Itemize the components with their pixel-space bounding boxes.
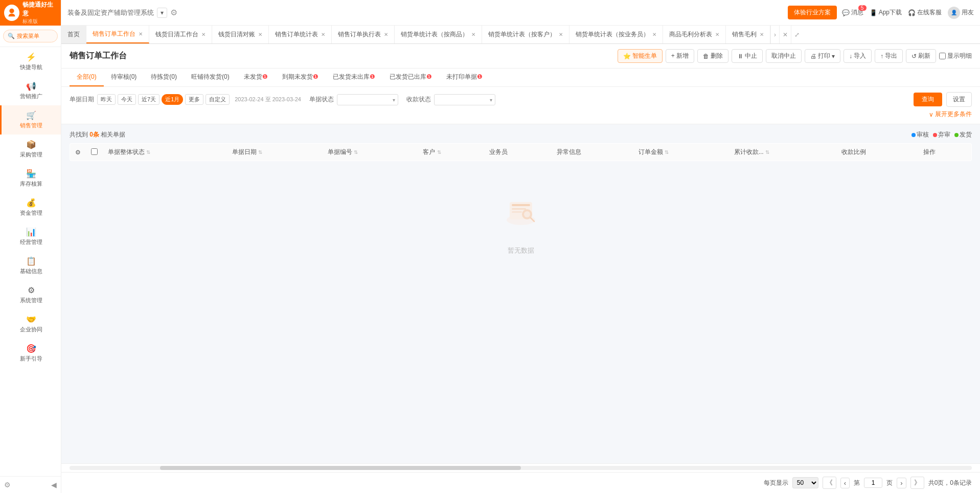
sub-tab-not-shipped[interactable]: 未发货❶ bbox=[237, 69, 275, 86]
sidebar-item-inventory[interactable]: 🏪 库存核算 bbox=[0, 164, 61, 193]
tab-sales-by-product[interactable]: 销货单统计表（按商品） ✕ bbox=[395, 26, 482, 43]
add-button[interactable]: + 新增 bbox=[666, 49, 694, 63]
suspend-icon: ⏸ bbox=[737, 53, 743, 60]
sidebar-item-enterprise[interactable]: 🤝 企业协同 bbox=[0, 309, 61, 339]
sort-icon[interactable]: ⇅ bbox=[146, 149, 150, 155]
tab-close-icon[interactable]: ✕ bbox=[201, 32, 206, 37]
date-more-button[interactable]: 更多 bbox=[185, 94, 203, 105]
sub-tab-shipped-not-out[interactable]: 已发货未出库❶ bbox=[326, 69, 382, 86]
page-input[interactable] bbox=[864, 478, 882, 488]
date-today-button[interactable]: 今天 bbox=[118, 94, 136, 105]
tab-maximize-button[interactable]: ⤢ bbox=[791, 26, 803, 43]
tab-product-profit[interactable]: 商品毛利分析表 ✕ bbox=[663, 26, 726, 43]
tab-close-icon[interactable]: ✕ bbox=[384, 32, 388, 37]
next-page-button[interactable]: › bbox=[897, 478, 906, 488]
query-button[interactable]: 查询 bbox=[914, 93, 942, 106]
sidebar-item-operations[interactable]: 📊 经营管理 bbox=[0, 222, 61, 251]
status-select[interactable] bbox=[337, 94, 398, 105]
tab-sales-stat[interactable]: 销售订单统计表 ✕ bbox=[269, 26, 332, 43]
cancel-audit-button[interactable]: 弃审 bbox=[933, 130, 950, 139]
topbar-settings-icon[interactable]: ⚙ bbox=[170, 8, 177, 17]
prev-page-button[interactable]: ‹ bbox=[840, 478, 850, 488]
user-menu-button[interactable]: 👤 用友 bbox=[948, 7, 974, 19]
system-dropdown-button[interactable]: ▾ bbox=[157, 8, 167, 18]
export-button[interactable]: ↑ 导出 bbox=[875, 49, 903, 63]
ship-button[interactable]: 发货 bbox=[954, 130, 972, 139]
date-7days-button[interactable]: 近7天 bbox=[138, 94, 159, 105]
suspend-button[interactable]: ⏸ 中止 bbox=[732, 49, 763, 63]
scroll-track[interactable] bbox=[70, 466, 972, 470]
tab-close-icon[interactable]: ✕ bbox=[139, 31, 143, 37]
refresh-button[interactable]: ↺ 刷新 bbox=[906, 49, 936, 63]
tab-close-icon[interactable]: ✕ bbox=[321, 32, 325, 37]
sub-tab-not-printed[interactable]: 未打印单据❶ bbox=[439, 69, 490, 86]
sub-tab-wangpu[interactable]: 旺铺待发货(0) bbox=[184, 69, 237, 86]
tab-close-icon[interactable]: ✕ bbox=[258, 32, 262, 37]
sidebar-item-purchase[interactable]: 📦 采购管理 bbox=[0, 135, 61, 164]
sort-icon[interactable]: ⇅ bbox=[354, 149, 358, 155]
payment-select[interactable] bbox=[434, 94, 495, 105]
tab-close-icon[interactable]: ✕ bbox=[559, 32, 563, 37]
select-all-checkbox[interactable] bbox=[91, 148, 98, 155]
tab-more-button[interactable]: › bbox=[770, 26, 779, 43]
delete-button[interactable]: 🗑 删除 bbox=[697, 49, 728, 63]
tab-close-all-button[interactable]: ✕ bbox=[779, 26, 791, 43]
sidebar-item-finance[interactable]: 💰 资金管理 bbox=[0, 193, 61, 222]
tab-sales-by-customer[interactable]: 销货单统计表（按客户） ✕ bbox=[482, 26, 569, 43]
tab-close-icon[interactable]: ✕ bbox=[715, 32, 719, 37]
expand-more-button[interactable]: ∨ 展开更多条件 bbox=[929, 110, 972, 119]
online-service-button[interactable]: 🎧 在线客服 bbox=[908, 8, 942, 17]
gear-icon[interactable]: ⚙ bbox=[75, 149, 81, 156]
tab-close-icon[interactable]: ✕ bbox=[760, 32, 764, 37]
tab-close-icon[interactable]: ✕ bbox=[471, 32, 475, 37]
search-menu-button[interactable]: 🔍 搜索菜单 bbox=[3, 30, 58, 42]
sidebar-item-system[interactable]: ⚙ 系统管理 bbox=[0, 280, 61, 309]
scroll-thumb[interactable] bbox=[160, 466, 521, 470]
audit-dot bbox=[911, 133, 916, 137]
pagination-bar: 每页显示 10 20 50 100 《 ‹ 第 页 › 》 共0页，0条记录 bbox=[61, 472, 980, 493]
sub-tab-all[interactable]: 全部(0) bbox=[70, 69, 104, 86]
sort-icon[interactable]: ⇅ bbox=[258, 149, 262, 155]
message-button[interactable]: 💬 消息 5 bbox=[842, 8, 863, 17]
cancel-suspend-button[interactable]: 取消中止 bbox=[766, 49, 802, 63]
set-button[interactable]: 设置 bbox=[946, 92, 972, 107]
tab-cash-daily[interactable]: 钱货日清工作台 ✕ bbox=[149, 26, 212, 43]
settings-button[interactable]: ⚙ bbox=[4, 481, 11, 489]
tab-sales-more[interactable]: 销售毛利 ✕ bbox=[726, 26, 770, 43]
last-page-button[interactable]: 》 bbox=[910, 477, 924, 489]
status-column-header: 单据整体状态 ⇅ bbox=[103, 144, 227, 161]
page-label: 第 bbox=[854, 479, 860, 487]
page-size-select[interactable]: 10 20 50 100 bbox=[792, 477, 818, 488]
tab-home[interactable]: 首页 bbox=[61, 26, 86, 43]
tab-sales-by-staff[interactable]: 销货单统计表（按业务员） ✕ bbox=[569, 26, 663, 43]
sub-tab-pending-review[interactable]: 待审核(0) bbox=[104, 69, 144, 86]
sidebar-item-sales[interactable]: 🛒 销售管理 bbox=[0, 105, 61, 135]
first-page-button[interactable]: 《 bbox=[823, 477, 836, 489]
app-download-button[interactable]: 📱 App下载 bbox=[870, 8, 902, 17]
collapse-button[interactable]: ◀ bbox=[51, 481, 57, 489]
show-detail-checkbox-wrap[interactable]: 显示明细 bbox=[939, 52, 972, 60]
smart-gen-button[interactable]: ⭐ 智能生单 bbox=[618, 49, 663, 63]
print-button[interactable]: 🖨 打印 ▾ bbox=[805, 49, 840, 63]
tab-sales-exec[interactable]: 销售订单执行表 ✕ bbox=[332, 26, 395, 43]
sidebar-item-quick-nav[interactable]: ⚡ 快捷导航 bbox=[0, 47, 61, 76]
date-yesterday-button[interactable]: 昨天 bbox=[97, 94, 116, 105]
sub-tab-overdue[interactable]: 到期未发货❶ bbox=[275, 69, 326, 86]
tab-sales-order[interactable]: 销售订单工作台 ✕ bbox=[86, 26, 149, 43]
sort-icon[interactable]: ⇅ bbox=[665, 149, 669, 155]
tab-cash-reconcile[interactable]: 钱货日清对账 ✕ bbox=[212, 26, 269, 43]
sort-icon[interactable]: ⇅ bbox=[437, 149, 441, 155]
import-button[interactable]: ↓ 导入 bbox=[844, 49, 872, 63]
sort-icon[interactable]: ⇅ bbox=[765, 149, 769, 155]
sub-tab-shipped-out[interactable]: 已发货已出库❶ bbox=[382, 69, 439, 86]
date-1month-button[interactable]: 近1月 bbox=[162, 94, 183, 105]
sidebar-item-basic[interactable]: 📋 基础信息 bbox=[0, 251, 61, 280]
sidebar-item-guide[interactable]: 🎯 新手引导 bbox=[0, 339, 61, 368]
sub-tab-pending-inspect[interactable]: 待拣货(0) bbox=[144, 69, 184, 86]
tab-close-icon[interactable]: ✕ bbox=[652, 32, 656, 37]
solution-button[interactable]: 体验行业方案 bbox=[788, 6, 837, 19]
show-detail-checkbox[interactable] bbox=[939, 53, 946, 59]
sidebar-item-marketing[interactable]: 📢 营销推广 bbox=[0, 76, 61, 105]
date-custom-button[interactable]: 自定义 bbox=[206, 94, 230, 105]
audit-button[interactable]: 审核 bbox=[911, 130, 929, 139]
